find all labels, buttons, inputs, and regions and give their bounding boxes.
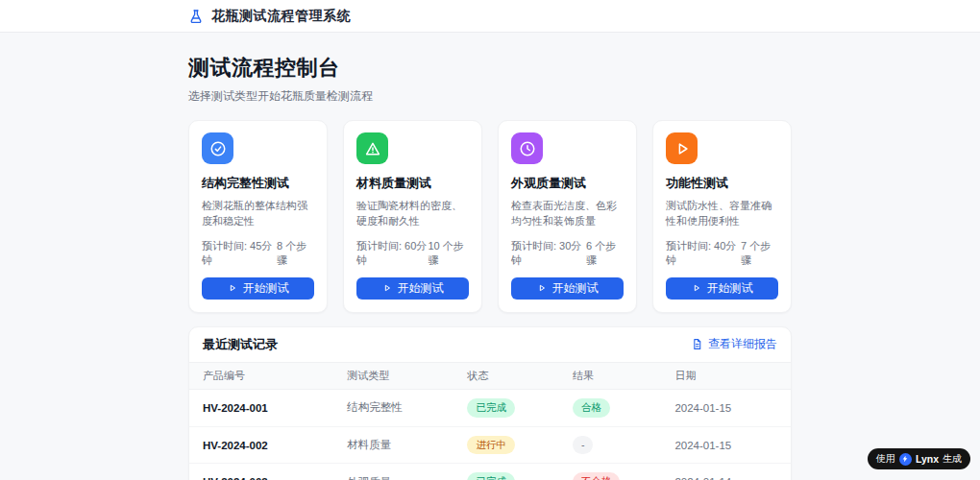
start-test-button[interactable]: 开始测试 — [666, 277, 778, 300]
app-header: 花瓶测试流程管理系统 — [0, 0, 980, 33]
card-meta-row: 预计时间: 45分钟 8 个步骤 — [202, 239, 314, 268]
column-header-status: 状态 — [453, 362, 559, 389]
flask-icon — [188, 9, 204, 24]
estimated-time: 预计时间: 45分钟 — [202, 239, 277, 268]
card-description: 测试防水性、容量准确性和使用便利性 — [666, 199, 778, 229]
recent-records-panel: 最近测试记录 查看详细报告 产品编号 测试类型 状态 — [188, 326, 792, 480]
steps-count: 10 个步骤 — [428, 239, 469, 268]
status-badge: 已完成 — [467, 398, 515, 418]
column-header-date: 日期 — [661, 362, 791, 389]
steps-count: 8 个步骤 — [277, 239, 314, 268]
lynx-badge-prefix: 使用 — [876, 452, 895, 466]
product-id: HV-2024-003 — [189, 464, 333, 480]
test-card-appearance: 外观质量测试 检查表面光洁度、色彩均匀性和装饰质量 预计时间: 30分钟 6 个… — [498, 120, 637, 313]
start-test-button[interactable]: 开始测试 — [356, 277, 469, 300]
test-card-structural: 结构完整性测试 检测花瓶的整体结构强度和稳定性 预计时间: 45分钟 8 个步骤… — [188, 120, 328, 313]
view-report-link[interactable]: 查看详细报告 — [691, 336, 777, 352]
card-title: 外观质量测试 — [511, 175, 624, 192]
column-header-product-id: 产品编号 — [189, 362, 333, 389]
document-icon — [691, 338, 703, 350]
app-title: 花瓶测试流程管理系统 — [211, 8, 351, 25]
play-icon — [382, 283, 392, 293]
test-card-functional: 功能性测试 测试防水性、容量准确性和使用便利性 预计时间: 40分钟 7 个步骤… — [652, 120, 792, 313]
start-test-label: 开始测试 — [707, 280, 753, 297]
test-type: 结构完整性 — [333, 389, 453, 426]
status-badge: 已完成 — [467, 472, 515, 480]
record-date: 2024-01-15 — [661, 389, 791, 426]
play-icon — [537, 283, 547, 293]
start-test-label: 开始测试 — [552, 280, 599, 297]
product-id: HV-2024-001 — [189, 389, 333, 426]
page-subtitle: 选择测试类型开始花瓶质量检测流程 — [188, 88, 792, 105]
play-icon — [228, 283, 237, 293]
test-card-grid: 结构完整性测试 检测花瓶的整体结构强度和稳定性 预计时间: 45分钟 8 个步骤… — [188, 120, 792, 313]
warning-triangle-icon — [356, 132, 388, 164]
start-test-button[interactable]: 开始测试 — [202, 277, 314, 300]
check-circle-icon — [202, 132, 233, 164]
steps-count: 7 个步骤 — [741, 239, 778, 268]
lynx-brand: Lynx — [916, 453, 939, 465]
result-badge: 不合格 — [573, 472, 621, 480]
test-type: 外观质量 — [333, 464, 453, 480]
records-title: 最近测试记录 — [203, 336, 278, 353]
card-meta-row: 预计时间: 40分钟 7 个步骤 — [666, 239, 778, 268]
test-card-material: 材料质量测试 验证陶瓷材料的密度、硬度和耐久性 预计时间: 60分钟 10 个步… — [343, 120, 482, 313]
lynx-badge-suffix: 生成 — [943, 452, 962, 466]
estimated-time: 预计时间: 40分钟 — [666, 239, 741, 268]
start-test-label: 开始测试 — [398, 280, 444, 297]
table-row[interactable]: HV-2024-002 材料质量 进行中 - 2024-01-15 — [189, 426, 791, 464]
estimated-time: 预计时间: 30分钟 — [511, 239, 586, 268]
column-header-test-type: 测试类型 — [333, 362, 453, 389]
test-type: 材料质量 — [333, 426, 453, 464]
steps-count: 6 个步骤 — [586, 239, 624, 268]
table-header-row: 产品编号 测试类型 状态 结果 日期 — [189, 362, 791, 389]
status-badge: 进行中 — [467, 436, 515, 455]
records-table: 产品编号 测试类型 状态 结果 日期 HV-2024-001 结构完整性 已完成… — [189, 362, 791, 480]
start-test-button[interactable]: 开始测试 — [511, 277, 624, 300]
estimated-time: 预计时间: 60分钟 — [356, 239, 428, 268]
card-title: 材料质量测试 — [356, 175, 469, 192]
play-icon — [692, 283, 701, 293]
column-header-result: 结果 — [559, 362, 661, 389]
card-meta-row: 预计时间: 60分钟 10 个步骤 — [356, 239, 469, 268]
lynx-logo-icon — [899, 453, 912, 466]
product-id: HV-2024-002 — [189, 426, 333, 464]
card-meta-row: 预计时间: 30分钟 6 个步骤 — [511, 239, 624, 268]
card-description: 检测花瓶的整体结构强度和稳定性 — [202, 199, 314, 229]
record-date: 2024-01-15 — [661, 426, 791, 464]
record-date: 2024-01-14 — [661, 464, 791, 480]
start-test-label: 开始测试 — [243, 280, 289, 297]
card-title: 结构完整性测试 — [202, 175, 314, 192]
table-row[interactable]: HV-2024-003 外观质量 已完成 不合格 2024-01-14 — [189, 464, 791, 480]
card-title: 功能性测试 — [666, 175, 778, 192]
lynx-attribution-badge[interactable]: 使用 Lynx 生成 — [868, 448, 970, 469]
card-description: 检查表面光洁度、色彩均匀性和装饰质量 — [511, 199, 624, 229]
table-row[interactable]: HV-2024-001 结构完整性 已完成 合格 2024-01-15 — [189, 389, 791, 426]
view-report-label: 查看详细报告 — [708, 336, 777, 352]
card-description: 验证陶瓷材料的密度、硬度和耐久性 — [356, 199, 469, 229]
result-badge: - — [573, 436, 594, 455]
play-icon — [666, 132, 698, 164]
page-title: 测试流程控制台 — [188, 54, 792, 83]
result-badge: 合格 — [573, 398, 610, 418]
clock-icon — [511, 132, 543, 164]
